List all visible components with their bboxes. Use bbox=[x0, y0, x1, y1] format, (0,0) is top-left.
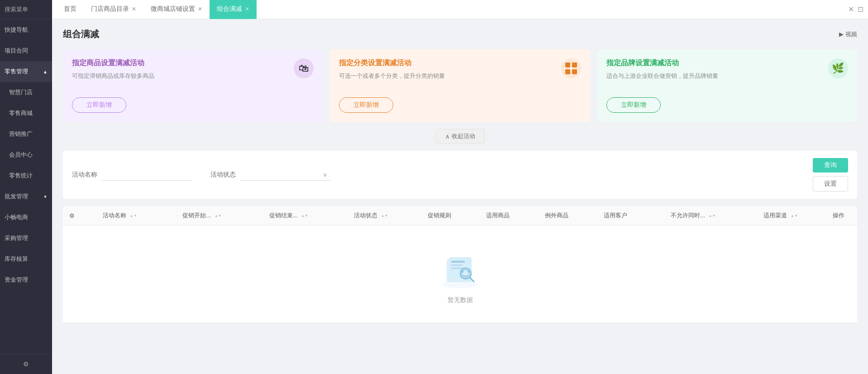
svg-rect-0 bbox=[565, 62, 570, 67]
sort-icon: ▲▼ bbox=[709, 214, 716, 218]
category-card-icon bbox=[561, 58, 581, 78]
page-header: 组合满减 ▶ 视频 bbox=[63, 28, 857, 40]
sidebar-item-retail-mall[interactable]: 零售商城 bbox=[0, 103, 52, 124]
gear-icon: ⚙ bbox=[23, 360, 29, 368]
product-card-add-btn[interactable]: 立即新增 bbox=[72, 97, 126, 113]
table-col-applicable-channel[interactable]: 适用渠道 ▲▼ bbox=[742, 206, 820, 225]
sidebar-item-membership[interactable]: 会员中心 bbox=[0, 144, 52, 165]
category-card-title: 指定分类设置满减活动 bbox=[339, 58, 581, 68]
tab-store-catalog[interactable]: 门店商品目录 ✕ bbox=[84, 0, 143, 19]
activity-name-label: 活动名称 bbox=[72, 171, 97, 179]
search-actions: 查询 设置 bbox=[813, 158, 848, 192]
table-header-row: ⚙ 活动名称 ▲▼ 促销开始... ▲▼ 促销结束... ▲▼ bbox=[63, 206, 857, 225]
sidebar: 搜索菜单 快捷导航 项目合同 零售管理 ▲ 智慧门店 零售商城 营销推广 会员中… bbox=[0, 0, 52, 374]
table-col-no-overlap[interactable]: 不允许同时... ▲▼ bbox=[644, 206, 742, 225]
activity-status-select[interactable] bbox=[240, 169, 331, 181]
svg-rect-2 bbox=[565, 69, 570, 74]
activity-name-field: 活动名称 bbox=[72, 169, 192, 181]
cards-row: 🛍 指定商品设置满减活动 可指定滞销商品或库存较多商品 立即新增 指定分类设置满… bbox=[63, 49, 857, 122]
sidebar-item-inventory[interactable]: 库存核算 bbox=[0, 249, 52, 269]
chevron-up-icon: ∧ bbox=[445, 133, 450, 140]
sidebar-search-label: 搜索菜单 bbox=[5, 6, 28, 13]
tabbar: 首页 门店商品目录 ✕ 微商城店铺设置 ✕ 组合满减 ✕ ✕ ⊡ bbox=[52, 0, 868, 19]
svg-rect-3 bbox=[572, 69, 577, 74]
brand-card-title: 指定品牌设置满减活动 bbox=[606, 58, 848, 68]
sort-icon: ▲▼ bbox=[215, 214, 222, 218]
tab-home[interactable]: 首页 bbox=[57, 0, 84, 19]
table-col-promo-rule: 促销规则 bbox=[410, 206, 469, 225]
tab-wechat-settings[interactable]: 微商城店铺设置 ✕ bbox=[143, 0, 210, 19]
product-card-desc: 可指定滞销商品或库存较多商品 bbox=[72, 72, 314, 91]
activity-status-field: 活动状态 ∨ bbox=[210, 169, 331, 181]
table-col-promo-end[interactable]: 促销结束... ▲▼ bbox=[245, 206, 332, 225]
sidebar-item-xiaochange[interactable]: 小畅电商 bbox=[0, 207, 52, 228]
close-window-btn[interactable]: ✕ bbox=[848, 5, 854, 14]
svg-rect-8 bbox=[451, 264, 463, 266]
table-col-applicable-goods: 适用商品 bbox=[468, 206, 527, 225]
sidebar-item-purchase[interactable]: 采购管理 bbox=[0, 228, 52, 249]
tab-combo-discount[interactable]: 组合满减 ✕ bbox=[210, 0, 257, 19]
sidebar-item-project-contract[interactable]: 项目合同 bbox=[0, 40, 52, 61]
main-area: 首页 门店商品目录 ✕ 微商城店铺设置 ✕ 组合满减 ✕ ✕ ⊡ 组合满减 ▶ … bbox=[52, 0, 868, 374]
play-icon: ▶ bbox=[839, 31, 844, 38]
brand-card-icon: 🌿 bbox=[828, 58, 848, 78]
product-card-title: 指定商品设置满减活动 bbox=[72, 58, 314, 68]
sort-icon: ▲▼ bbox=[130, 214, 137, 218]
search-bar: 活动名称 活动状态 ∨ 查询 设置 bbox=[63, 151, 857, 199]
svg-rect-7 bbox=[451, 261, 465, 263]
category-promo-card: 指定分类设置满减活动 可选一个或者多个分类，提升分类的销量 立即新增 bbox=[330, 49, 590, 122]
sidebar-item-quick-nav[interactable]: 快捷导航 bbox=[0, 19, 52, 40]
sidebar-settings-btn[interactable]: ⚙ bbox=[0, 354, 52, 374]
data-table: ⚙ 活动名称 ▲▼ 促销开始... ▲▼ 促销结束... ▲▼ bbox=[63, 206, 857, 225]
sort-icon: ▲▼ bbox=[791, 214, 798, 218]
empty-text: 暂无数据 bbox=[448, 296, 473, 304]
brand-card-desc: 适合与上游企业联合做营销，提升品牌销量 bbox=[606, 72, 848, 91]
svg-rect-1 bbox=[572, 62, 577, 67]
svg-point-13 bbox=[462, 271, 463, 273]
category-card-desc: 可选一个或者多个分类，提升分类的销量 bbox=[339, 72, 581, 91]
collapse-btn-label: 收起活动 bbox=[452, 132, 475, 140]
sort-icon: ▲▼ bbox=[381, 214, 388, 218]
product-promo-card: 🛍 指定商品设置满减活动 可指定滞销商品或库存较多商品 立即新增 bbox=[63, 49, 323, 122]
sidebar-item-wholesale[interactable]: 批发管理 ▼ bbox=[0, 186, 52, 207]
chevron-up-icon: ▲ bbox=[43, 69, 48, 74]
table-col-promo-start[interactable]: 促销开始... ▲▼ bbox=[159, 206, 245, 225]
table-col-activity-name[interactable]: 活动名称 ▲▼ bbox=[81, 206, 159, 225]
video-label: 视频 bbox=[845, 30, 857, 38]
table-col-activity-status[interactable]: 活动状态 ▲▼ bbox=[332, 206, 410, 225]
svg-point-14 bbox=[467, 271, 469, 273]
content-area: 组合满减 ▶ 视频 🛍 指定商品设置满减活动 可指定滞销商品或库存较多商品 立即… bbox=[52, 19, 868, 374]
category-card-add-btn[interactable]: 立即新增 bbox=[339, 97, 393, 113]
table-col-applicable-customer: 适用客户 bbox=[586, 206, 645, 225]
svg-rect-9 bbox=[451, 268, 464, 269]
sidebar-item-retail-management[interactable]: 零售管理 ▲ bbox=[0, 61, 52, 82]
table-col-operation: 操作 bbox=[820, 206, 857, 225]
maximize-window-btn[interactable]: ⊡ bbox=[858, 5, 863, 14]
close-wechat-settings-tab[interactable]: ✕ bbox=[198, 6, 202, 12]
video-link[interactable]: ▶ 视频 bbox=[839, 30, 857, 38]
sidebar-search[interactable]: 搜索菜单 bbox=[0, 0, 52, 19]
sidebar-item-smart-store[interactable]: 智慧门店 bbox=[0, 82, 52, 103]
query-btn[interactable]: 查询 bbox=[813, 158, 848, 173]
empty-icon bbox=[438, 253, 483, 289]
activity-name-input[interactable] bbox=[102, 169, 192, 181]
tab-controls: ✕ ⊡ bbox=[848, 5, 863, 14]
activity-status-select-wrapper: ∨ bbox=[240, 169, 331, 181]
gear-icon: ⚙ bbox=[69, 212, 75, 219]
chevron-down-icon: ▼ bbox=[43, 194, 48, 199]
page-title: 组合满减 bbox=[63, 28, 99, 40]
sidebar-item-retail-stats[interactable]: 零售统计 bbox=[0, 165, 52, 186]
table-col-gear[interactable]: ⚙ bbox=[63, 206, 81, 225]
data-table-container: ⚙ 活动名称 ▲▼ 促销开始... ▲▼ 促销结束... ▲▼ bbox=[63, 206, 857, 322]
sort-icon: ▲▼ bbox=[301, 214, 308, 218]
sidebar-item-fund[interactable]: 资金管理 bbox=[0, 269, 52, 290]
brand-card-add-btn[interactable]: 立即新增 bbox=[606, 97, 661, 113]
product-card-icon: 🛍 bbox=[294, 58, 314, 78]
brand-promo-card: 🌿 指定品牌设置满减活动 适合与上游企业联合做营销，提升品牌销量 立即新增 bbox=[597, 49, 857, 122]
collapse-bar: ∧ 收起活动 bbox=[63, 129, 857, 144]
close-store-catalog-tab[interactable]: ✕ bbox=[132, 6, 136, 12]
close-combo-discount-tab[interactable]: ✕ bbox=[245, 6, 249, 12]
sidebar-item-marketing[interactable]: 营销推广 bbox=[0, 124, 52, 144]
setting-btn[interactable]: 设置 bbox=[813, 176, 848, 192]
collapse-activities-btn[interactable]: ∧ 收起活动 bbox=[436, 129, 485, 144]
